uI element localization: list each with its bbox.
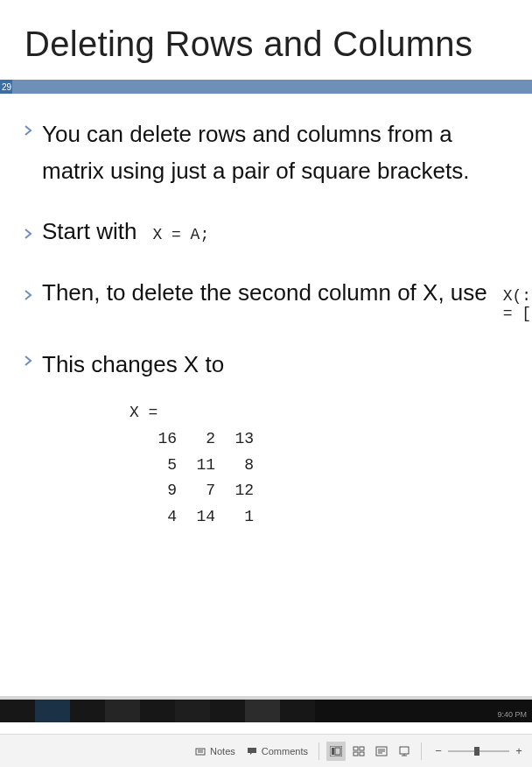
matrix-cell: 5 (138, 453, 177, 479)
normal-view-button[interactable] (326, 742, 346, 761)
matrix-header: X = (130, 400, 508, 426)
matrix-cell: 14 (177, 504, 215, 531)
chevron-right-icon (24, 290, 37, 300)
chevron-right-icon (24, 229, 37, 239)
matrix-cell: 1 (215, 504, 254, 531)
matrix-row: 16213 (138, 426, 508, 453)
chevron-right-icon (24, 355, 37, 366)
notes-icon (194, 745, 206, 757)
matrix-cell: 8 (215, 453, 254, 479)
inline-code: X = A; (152, 226, 209, 243)
svg-rect-9 (360, 752, 364, 756)
slide-sorter-view-button[interactable] (349, 742, 368, 761)
matrix-row: 4141 (138, 504, 508, 531)
zoom-in-button[interactable]: + (513, 744, 525, 757)
divider (318, 742, 319, 760)
status-bar: Notes Comments − + (0, 734, 532, 767)
comments-icon (246, 745, 258, 757)
clock[interactable]: 9:40 PM (497, 710, 527, 719)
svg-rect-4 (332, 748, 334, 755)
zoom-thumb[interactable] (474, 747, 480, 756)
svg-rect-6 (354, 747, 358, 750)
slide-title: Deleting Rows and Columns (0, 0, 532, 80)
accent-bar-fill (12, 80, 532, 94)
reading-view-button[interactable] (372, 742, 391, 761)
zoom-control: − + (432, 744, 525, 757)
matrix-cell: 13 (215, 426, 254, 453)
slideshow-view-button[interactable] (395, 742, 414, 761)
matrix-rows: 16213 5118 9712 4141 (138, 426, 508, 531)
chevron-right-icon (24, 125, 37, 136)
matrix-cell: 12 (215, 478, 254, 504)
bullet-text: You can delete rows and columns from a m… (42, 116, 508, 189)
accent-bar: 29 (0, 80, 532, 94)
bullet-item: Start with X = A; (24, 214, 508, 250)
matrix-cell: 2 (177, 426, 215, 453)
notes-button[interactable]: Notes (194, 745, 235, 757)
notes-label: Notes (210, 746, 235, 756)
bullet-text: This changes X to (42, 347, 224, 384)
bullet-item: You can delete rows and columns from a m… (24, 116, 508, 189)
svg-rect-7 (360, 747, 364, 750)
slide-content: You can delete rows and columns from a m… (0, 94, 532, 531)
zoom-out-button[interactable]: − (432, 744, 444, 757)
bullet-item: This changes X to (24, 347, 508, 384)
matrix-row: 5118 (138, 453, 508, 479)
bullet-item: Then, to delete the second column of X, … (24, 275, 508, 322)
slide-number-badge: 29 (0, 80, 12, 94)
divider (421, 742, 422, 760)
matrix-cell: 7 (177, 478, 215, 504)
comments-label: Comments (262, 746, 308, 756)
matrix-output: X = 16213 5118 9712 4141 (130, 400, 508, 530)
bullet-text: Then, to delete the second column of X, … (42, 275, 487, 312)
svg-rect-8 (354, 752, 358, 756)
matrix-cell: 4 (138, 504, 177, 531)
matrix-cell: 16 (138, 426, 177, 453)
slide-area: Deleting Rows and Columns 29 You can del… (0, 0, 532, 696)
zoom-slider[interactable] (448, 750, 509, 752)
taskbar[interactable]: 9:40 PM (0, 700, 532, 722)
svg-rect-14 (400, 747, 409, 754)
comments-button[interactable]: Comments (246, 745, 308, 757)
inline-code: X(:,2) = [] (503, 287, 532, 322)
matrix-cell: 9 (138, 478, 177, 504)
matrix-cell: 11 (177, 453, 215, 479)
svg-rect-5 (335, 748, 340, 755)
matrix-row: 9712 (138, 478, 508, 504)
bullet-text: Start with (42, 214, 136, 250)
